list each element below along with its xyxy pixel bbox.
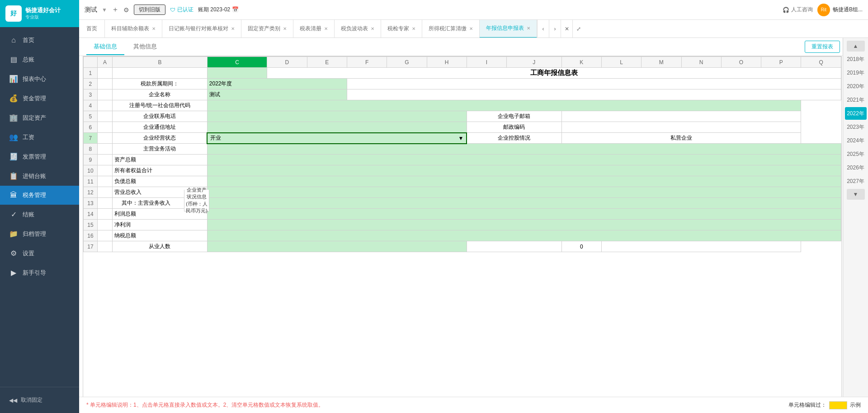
tab-journal[interactable]: 日记账与银行对账单核对 ✕ <box>162 20 241 38</box>
tab-tax-check[interactable]: 税检专家 ✕ <box>381 20 422 38</box>
old-version-button[interactable]: 切到旧版 <box>134 5 165 15</box>
r3-c[interactable]: 测试 <box>207 89 347 100</box>
tab-annual-report[interactable]: 年报信息申报表 ✕ <box>480 20 537 38</box>
table-row: 15 净利润 <box>84 220 841 230</box>
year-2018[interactable]: 2018年 <box>845 56 867 66</box>
year-2019[interactable]: 2019年 <box>845 66 867 79</box>
r17-k[interactable]: 0 <box>561 241 601 252</box>
sidebar-item-tax[interactable]: 🏛 税务管理 <box>0 186 79 205</box>
dropdown-arrow-icon[interactable]: ▼ <box>458 135 463 141</box>
sidebar-label-guide: 新手引导 <box>23 269 46 277</box>
year-2025[interactable]: 2025年 <box>845 148 867 160</box>
row-10-num: 10 <box>84 165 98 176</box>
sidebar-item-home[interactable]: ⌂ 首页 <box>0 31 79 50</box>
col-d-header: D <box>267 57 307 68</box>
tab-close-tax-check[interactable]: ✕ <box>412 26 415 31</box>
sidebar-item-reports[interactable]: 📊 报表中心 <box>0 69 79 89</box>
tab-close-subject[interactable]: ✕ <box>152 26 156 31</box>
dropdown-arrow-icon[interactable]: ▼ <box>102 7 107 13</box>
settings-icon: ⚙ <box>9 249 18 258</box>
r9-c[interactable] <box>207 155 841 165</box>
r13-a <box>97 198 112 209</box>
calendar-icon[interactable]: 📅 <box>232 6 239 13</box>
collapse-button[interactable]: ◀◀ 取消固定 <box>0 392 79 408</box>
r6-c[interactable] <box>207 122 467 133</box>
tab-close-tax-list[interactable]: ✕ <box>324 26 328 31</box>
row-17-num: 17 <box>84 241 98 252</box>
tab-home[interactable]: 首页 <box>79 20 105 38</box>
tab-next-button[interactable]: › <box>549 20 561 38</box>
tab-close-all-button[interactable]: ✕ <box>561 20 572 38</box>
sidebar-item-assets[interactable]: 🏢 固定资产 <box>0 108 79 127</box>
r5-c[interactable] <box>207 111 467 122</box>
tab-close-tax-wave[interactable]: ✕ <box>371 26 374 31</box>
sidebar-item-ledger[interactable]: ▤ 总账 <box>0 50 79 69</box>
service-button[interactable]: 🎧 人工咨询 <box>783 6 813 14</box>
r17-a <box>97 241 112 252</box>
r2-b: 税款所属期间： <box>113 79 208 89</box>
add-button[interactable]: ＋ <box>112 5 119 14</box>
r5-k[interactable] <box>561 111 801 122</box>
r2-rest <box>347 79 841 89</box>
sidebar-item-archive[interactable]: 📁 归档管理 <box>0 224 79 244</box>
sidebar-item-settings[interactable]: ⚙ 设置 <box>0 244 79 263</box>
sidebar-item-close[interactable]: ✓ 结账 <box>0 205 79 224</box>
gear-icon[interactable]: ⚙ <box>123 6 129 14</box>
tab-close-fixed-asset[interactable]: ✕ <box>283 26 287 31</box>
table-row: 7 企业经营状态 开业 ▼ 企业控股情况 私营企业 <box>84 133 841 144</box>
tab-income-tax[interactable]: 所得税汇算清缴 ✕ <box>422 20 480 38</box>
tab-prev-button[interactable]: ‹ <box>537 20 549 38</box>
year-2023[interactable]: 2023年 <box>845 121 867 133</box>
r2-c[interactable]: 2022年度 <box>207 79 347 89</box>
sidebar-item-guide[interactable]: ▶ 新手引导 <box>0 263 79 282</box>
tab-close-journal[interactable]: ✕ <box>231 26 235 31</box>
sidebar-nav: ⌂ 首页 ▤ 总账 📊 报表中心 💰 资金管理 🏢 固定资产 👥 工资 🧾 发票… <box>0 27 79 387</box>
sub-tab-other[interactable]: 其他信息 <box>126 39 164 55</box>
sidebar-item-stock[interactable]: 📋 进销台账 <box>0 166 79 186</box>
user-menu[interactable]: Rit 畅捷通B组... <box>817 4 863 16</box>
row-1-num: 1 <box>84 68 98 79</box>
tab-close-income-tax[interactable]: ✕ <box>469 26 473 31</box>
sub-tab-basic[interactable]: 基础信息 <box>86 39 124 55</box>
tab-expand-button[interactable]: ⤢ <box>572 20 584 38</box>
tab-close-annual-report[interactable]: ✕ <box>527 26 530 31</box>
tab-subject[interactable]: 科目辅助余额表 ✕ <box>105 20 162 38</box>
year-2022[interactable]: 2022年 <box>845 107 867 120</box>
r7-c[interactable]: 开业 ▼ <box>207 133 467 144</box>
tab-tax-wave[interactable]: 税负波动表 ✕ <box>335 20 381 38</box>
r8-c[interactable] <box>207 144 841 155</box>
tab-fixed-asset[interactable]: 固定资产类别 ✕ <box>241 20 293 38</box>
r4-c[interactable] <box>207 100 801 111</box>
r10-c[interactable] <box>207 165 841 176</box>
guide-icon: ▶ <box>9 268 18 277</box>
year-2026[interactable]: 2026年 <box>845 161 867 174</box>
year-2020[interactable]: 2020年 <box>845 80 867 93</box>
year-2024[interactable]: 2024年 <box>845 134 867 147</box>
r12-c[interactable] <box>207 187 841 198</box>
year-2027[interactable]: 2027年 <box>845 175 867 188</box>
r14-c[interactable] <box>207 209 841 220</box>
row-5-num: 5 <box>84 111 98 122</box>
r15-c[interactable] <box>207 220 841 230</box>
r6-k[interactable] <box>561 122 801 133</box>
r7-k[interactable]: 私营企业 <box>561 133 801 144</box>
sidebar-item-funds[interactable]: 💰 资金管理 <box>0 89 79 108</box>
table-row: 8 主营业务活动 <box>84 144 841 155</box>
r13-c[interactable] <box>207 198 841 209</box>
sidebar-item-invoice[interactable]: 🧾 发票管理 <box>0 147 79 166</box>
reset-button[interactable]: 重置报表 <box>805 41 840 53</box>
tab-tax-list[interactable]: 税表清册 ✕ <box>293 20 335 38</box>
year-2021[interactable]: 2021年 <box>845 94 867 106</box>
r6-j: 邮政编码 <box>467 122 561 133</box>
r11-a <box>97 176 112 187</box>
r17-c[interactable] <box>207 241 467 252</box>
main-content: 基础信息 其他信息 重置报表 ↺ 刷新 <box>79 38 868 413</box>
spreadsheet-container[interactable]: A B C D E F G H I J K L M <box>83 56 842 407</box>
r11-c[interactable] <box>207 176 841 187</box>
sidebar-item-salary[interactable]: 👥 工资 <box>0 127 79 147</box>
year-scroll-down-button[interactable]: ▼ <box>847 189 865 200</box>
r3-b: 企业名称 <box>113 89 208 100</box>
r16-c[interactable] <box>207 230 841 241</box>
row-14-num: 14 <box>84 209 98 220</box>
r7-dropdown-value: 开业 <box>210 134 221 142</box>
